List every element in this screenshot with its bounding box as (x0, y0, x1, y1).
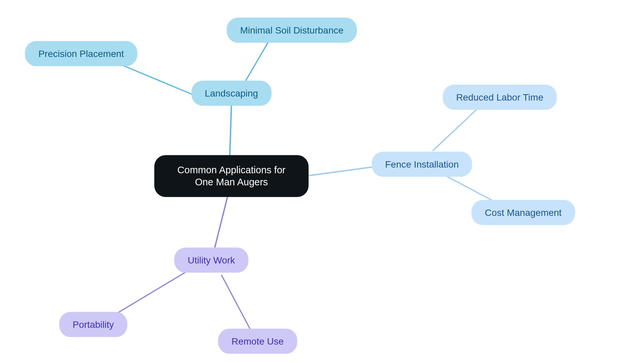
node-fence-installation[interactable]: Fence Installation (372, 152, 472, 177)
node-landscaping[interactable]: Landscaping (192, 81, 272, 106)
node-precision-placement[interactable]: Precision Placement (25, 41, 137, 66)
edge-landscaping-minimal (245, 42, 268, 82)
edge-center-landscaping (230, 104, 231, 157)
edge-landscaping-precision (119, 64, 199, 97)
edge-center-utility (215, 194, 228, 248)
node-portability[interactable]: Portability (59, 312, 127, 337)
edge-utility-remote (221, 275, 252, 332)
edge-fence-reduced (433, 107, 480, 151)
node-center[interactable]: Common Applications for One Man Augers (154, 155, 309, 197)
node-utility-work[interactable]: Utility Work (174, 248, 248, 273)
node-remote-use[interactable]: Remote Use (218, 329, 297, 354)
mindmap-canvas: Common Applications for One Man Augers L… (0, 0, 644, 363)
node-minimal-soil-disturbance[interactable]: Minimal Soil Disturbance (227, 18, 357, 43)
node-cost-management[interactable]: Cost Management (472, 200, 575, 225)
edge-utility-portability (114, 271, 188, 315)
node-reduced-labor-time[interactable]: Reduced Labor Time (443, 85, 557, 110)
edge-center-fence (309, 166, 381, 176)
